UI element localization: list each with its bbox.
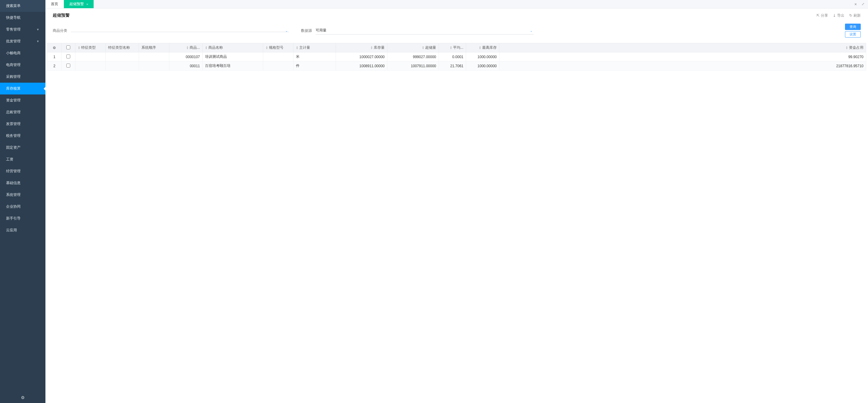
cell-sys-order	[139, 52, 169, 61]
sort-icon: ▲▼	[186, 46, 189, 50]
filter-buttons: 查询 设置	[845, 24, 861, 37]
share-icon: ⇱	[816, 13, 819, 18]
sidebar-item-retail[interactable]: 零售管理▼	[0, 24, 45, 35]
refresh-icon: ↻	[849, 13, 852, 18]
sidebar-item-funds[interactable]: 资金管理	[0, 94, 45, 106]
col-overstock[interactable]: ▲▼超储量	[388, 43, 439, 52]
cell-stock: 1008911.00000	[336, 61, 388, 70]
col-sys-order[interactable]: 系统顺序	[139, 43, 169, 52]
cell-feature-type-name	[106, 52, 139, 61]
row-checkbox[interactable]	[66, 64, 70, 67]
cell-idx: 1	[48, 52, 61, 61]
cell-feature-type	[75, 52, 106, 61]
table-row[interactable]: 2 00011 百宿培考颐百培 件 1008911.00000 1007911.…	[48, 61, 866, 70]
col-feature-type[interactable]: ▲▼特征类型	[75, 43, 106, 52]
col-product-name[interactable]: ▲▼商品名称	[203, 43, 263, 52]
col-avg[interactable]: ▲▼平均...	[439, 43, 466, 52]
col-spec[interactable]: ▲▼规格型号	[263, 43, 293, 52]
cell-spec	[263, 52, 293, 61]
filter-category: 商品分类 ⌄	[53, 28, 289, 33]
sidebar-item-search-menu[interactable]: 搜索菜单	[0, 0, 45, 12]
cell-code: 0000107	[169, 52, 203, 61]
sort-icon: ▲▼	[205, 46, 208, 50]
gear-icon: ⚙	[53, 46, 56, 50]
tab-overstock-warning[interactable]: 超储预警 ×	[64, 0, 94, 8]
filter-category-select[interactable]: ⌄	[71, 29, 289, 32]
cell-idx: 2	[48, 61, 61, 70]
tabbar-controls: × ⤢	[850, 0, 868, 8]
cell-name: 培训测试商品	[203, 52, 263, 61]
cell-unit: 件	[293, 61, 336, 70]
filter-category-label: 商品分类	[53, 28, 67, 33]
sort-icon: ▲▼	[845, 46, 848, 50]
sort-icon: ▲▼	[479, 46, 481, 50]
settings-button[interactable]: 设置	[845, 31, 861, 37]
cell-over: 1007911.00000	[388, 61, 439, 70]
sidebar-footer: ⚙	[0, 392, 45, 403]
chevron-down-icon: ▼	[36, 28, 39, 31]
filter-datasource-select[interactable]: 可用量 ⌄	[316, 27, 534, 34]
row-checkbox[interactable]	[66, 55, 70, 58]
main-area: 首页 超储预警 × × ⤢ 超储预警 ⇱ 分享 ⤓ 导出	[45, 0, 868, 403]
close-all-icon[interactable]: ×	[853, 1, 858, 7]
sidebar-item-inventory[interactable]: 库存核算	[0, 83, 45, 94]
cell-max: 1000.00000	[466, 52, 499, 61]
page-header: 超储预警 ⇱ 分享 ⤓ 导出 ↻ 刷新	[45, 8, 868, 21]
filter-bar: 商品分类 ⌄ 数据源 可用量 ⌄ 查询 设置	[45, 21, 868, 43]
filter-datasource-label: 数据源	[301, 28, 312, 33]
query-button[interactable]: 查询	[845, 24, 861, 30]
gear-icon[interactable]: ⚙	[21, 395, 25, 400]
col-feature-type-name[interactable]: 特征类型名称	[106, 43, 139, 52]
cell-checkbox	[61, 52, 75, 61]
cell-avg: 0.0001	[439, 52, 466, 61]
cell-over: 999027.00000	[388, 52, 439, 61]
cell-cap: 21877816.95710	[499, 61, 866, 70]
header-actions: ⇱ 分享 ⤓ 导出 ↻ 刷新	[816, 13, 861, 18]
sidebar-item-fixed-assets[interactable]: 固定资产	[0, 142, 45, 154]
sidebar-item-system[interactable]: 系统管理	[0, 189, 45, 201]
cell-spec	[263, 61, 293, 70]
tab-home[interactable]: 首页	[45, 0, 64, 8]
refresh-button[interactable]: ↻ 刷新	[849, 13, 861, 18]
close-icon[interactable]: ×	[86, 2, 88, 6]
sidebar-item-ledger[interactable]: 总账管理	[0, 106, 45, 118]
cell-max: 1000.00000	[466, 61, 499, 70]
sidebar-item-ecommerce[interactable]: 电商管理	[0, 59, 45, 71]
cell-unit: 米	[293, 52, 336, 61]
share-button[interactable]: ⇱ 分享	[816, 13, 828, 18]
col-checkbox-all	[61, 43, 75, 52]
cell-feature-type	[75, 61, 106, 70]
sidebar-item-guide[interactable]: 新手引导	[0, 213, 45, 224]
sidebar-item-invoice[interactable]: 发票管理	[0, 118, 45, 130]
table-container: ⚙ ▲▼特征类型 特征类型名称 系统顺序 ▲▼商品... ▲▼商品名称 ▲▼规格…	[45, 43, 868, 403]
col-capital[interactable]: ▲▼资金占用	[499, 43, 866, 52]
expand-icon[interactable]: ⤢	[860, 1, 866, 7]
col-stock[interactable]: ▲▼库存量	[336, 43, 388, 52]
sidebar-item-xiaochang-ecomm[interactable]: 小畅电商	[0, 47, 45, 59]
page-title: 超储预警	[53, 13, 70, 18]
sidebar-item-purchase[interactable]: 采购管理	[0, 71, 45, 83]
sidebar-item-cloud-app[interactable]: 云应用	[0, 224, 45, 236]
sidebar-item-base-info[interactable]: 基础信息	[0, 177, 45, 189]
filter-datasource: 数据源 可用量 ⌄	[301, 27, 534, 34]
col-unit[interactable]: ▲▼主计量	[293, 43, 336, 52]
table-row[interactable]: 1 0000107 培训测试商品 米 1000027.00000 999027.…	[48, 52, 866, 61]
sidebar-item-operation[interactable]: 经营管理	[0, 165, 45, 177]
col-product-code[interactable]: ▲▼商品...	[169, 43, 203, 52]
sidebar-item-tax[interactable]: 税务管理	[0, 130, 45, 142]
sidebar: 搜索菜单 快捷导航 零售管理▼ 批发管理▼ 小畅电商 电商管理 采购管理 库存核…	[0, 0, 45, 403]
col-settings[interactable]: ⚙	[48, 43, 61, 52]
sidebar-item-salary[interactable]: 工资	[0, 154, 45, 165]
chevron-down-icon: ⌄	[530, 29, 532, 32]
sidebar-item-wholesale[interactable]: 批发管理▼	[0, 35, 45, 47]
col-max-stock[interactable]: ▲▼最高库存	[466, 43, 499, 52]
cell-code: 00011	[169, 61, 203, 70]
export-icon: ⤓	[833, 13, 836, 18]
sidebar-item-enterprise[interactable]: 企业协同	[0, 201, 45, 213]
sidebar-item-quick-nav[interactable]: 快捷导航	[0, 12, 45, 24]
cell-name: 百宿培考颐百培	[203, 61, 263, 70]
export-button[interactable]: ⤓ 导出	[833, 13, 844, 18]
sort-icon: ▲▼	[450, 46, 452, 50]
sort-icon: ▲▼	[370, 46, 373, 50]
checkbox-all[interactable]	[66, 45, 70, 49]
